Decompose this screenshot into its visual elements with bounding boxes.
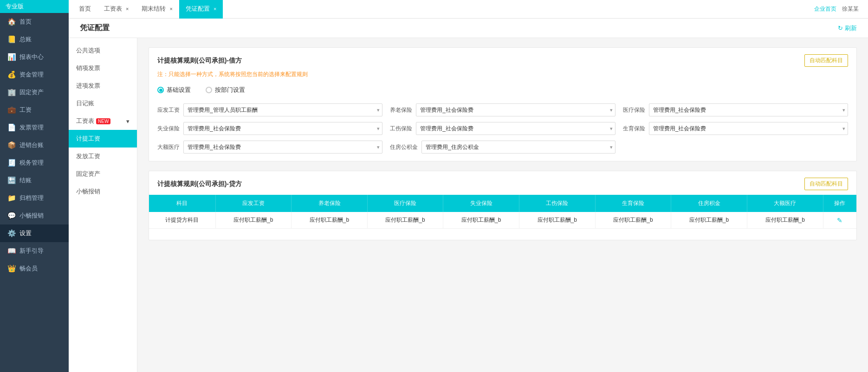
page-title: 凭证配置: [80, 23, 110, 33]
col-header-医疗保险: 医疗保险: [367, 195, 443, 212]
sidebar-icon-发票管理: 📄: [7, 123, 16, 132]
sidebar-icon-税务管理: 🧾: [7, 159, 16, 167]
tab-close-凭证配置[interactable]: ×: [214, 6, 216, 12]
sidebar-label-工资: 工资: [19, 106, 32, 114]
credit-auto-match-button[interactable]: 自动匹配科目: [804, 178, 848, 190]
sidebar-item-工资[interactable]: 💼工资: [0, 101, 69, 119]
left-nav-发放工资[interactable]: 发放工资: [69, 148, 137, 165]
left-nav-日记账[interactable]: 日记账: [69, 95, 137, 112]
left-nav-label-固定资产: 固定资产: [76, 170, 100, 178]
field-select-失业保险[interactable]: 管理费用_社会保险费: [183, 122, 382, 135]
sidebar-item-畅会员[interactable]: 👑畅会员: [0, 260, 69, 277]
sidebar-icon-进销台账: 📦: [7, 141, 16, 149]
field-select-医疗保险[interactable]: 管理费用_社会保险费: [649, 103, 848, 116]
debit-title: 计提核算规则(公司承担)-借方: [157, 57, 242, 65]
sidebar-icon-工资: 💼: [7, 106, 16, 114]
subject-cell-0: 计提贷方科目: [149, 212, 215, 229]
radio-basic-circle: [157, 87, 164, 93]
sidebar-item-进销台账[interactable]: 📦进销台账: [0, 136, 69, 154]
page-header: 凭证配置 ↻ 刷新: [69, 19, 868, 38]
sidebar-item-发票管理[interactable]: 📄发票管理: [0, 119, 69, 136]
left-nav-公共选项[interactable]: 公共选项: [69, 42, 137, 59]
radio-basic[interactable]: 基础设置: [157, 86, 191, 94]
sidebar-icon-资金管理: 💰: [7, 71, 16, 79]
tab-close-期末结转[interactable]: ×: [169, 6, 172, 12]
col-header-工伤保险: 工伤保险: [519, 195, 596, 212]
data-cell-0-7: 应付职工薪酬_b: [747, 212, 823, 229]
left-nav-label-公共选项: 公共选项: [76, 46, 100, 55]
col-header-操作: 操作: [823, 195, 856, 212]
left-nav-计提工资[interactable]: 计提工资: [69, 130, 137, 148]
radio-basic-label: 基础设置: [167, 86, 191, 94]
sidebar-item-税务管理[interactable]: 🧾税务管理: [0, 154, 69, 172]
sidebar-item-新手引导[interactable]: 📖新手引导: [0, 242, 69, 260]
brand: 专业版: [0, 0, 69, 13]
sidebar-icon-设置: ⚙️: [7, 229, 16, 237]
left-nav-工资表[interactable]: 工资表NEW▾: [69, 112, 137, 130]
admin-link[interactable]: 企业首页: [814, 5, 836, 13]
debit-radio-group: 基础设置 按部门设置: [149, 82, 856, 100]
sidebar-item-报表中心[interactable]: 📊报表中心: [0, 48, 69, 66]
arrow-工资表: ▾: [126, 118, 130, 125]
field-select-生育保险[interactable]: 管理费用_社会保险费: [649, 122, 848, 135]
data-cell-0-5: 应付职工薪酬_b: [595, 212, 671, 229]
sidebar-item-固定资产[interactable]: 🏢固定资产: [0, 83, 69, 101]
refresh-button[interactable]: ↻ 刷新: [838, 24, 857, 32]
sidebar-label-小畅报销: 小畅报销: [19, 212, 44, 220]
refresh-label: 刷新: [845, 24, 857, 32]
edit-icon-0[interactable]: ✎: [837, 217, 842, 224]
debit-field-大额医疗: 大额医疗 管理费用_社会保险费: [157, 141, 382, 154]
debit-field-工伤保险: 工伤保险 管理费用_社会保险费: [390, 122, 615, 135]
topbar-right: 企业首页 徐某某: [814, 5, 864, 13]
left-nav-销项发票[interactable]: 销项发票: [69, 59, 137, 77]
tab-期末结转[interactable]: 期末结转×: [135, 0, 179, 19]
debit-auto-match-button[interactable]: 自动匹配科目: [804, 54, 848, 67]
tab-close-工资表[interactable]: ×: [126, 6, 129, 12]
sidebar-item-总账[interactable]: 📒总账: [0, 31, 69, 48]
badge-工资表: NEW: [96, 118, 110, 124]
sidebar-icon-报表中心: 📊: [7, 53, 16, 61]
left-nav-label-小畅报销: 小畅报销: [76, 187, 100, 196]
sidebar-label-总账: 总账: [19, 35, 32, 44]
data-cell-0-4: 应付职工薪酬_b: [519, 212, 596, 229]
field-select-养老保险[interactable]: 管理费用_社会保险费: [416, 103, 615, 116]
sidebar-item-设置[interactable]: ⚙️设置: [0, 224, 69, 242]
field-select-住房公积金[interactable]: 管理费用_住房公积金: [421, 141, 615, 154]
col-header-大额医疗: 大额医疗: [747, 195, 823, 212]
tab-工资表[interactable]: 工资表×: [97, 0, 135, 19]
debit-field-养老保险: 养老保险 管理费用_社会保险费: [390, 103, 615, 116]
field-select-wrapper-大额医疗: 管理费用_社会保险费: [183, 141, 382, 154]
sidebar: 专业版 🏠首页📒总账📊报表中心💰资金管理🏢固定资产💼工资📄发票管理📦进销台账🧾税…: [0, 0, 69, 372]
col-header-生育保险: 生育保险: [595, 195, 671, 212]
tab-首页[interactable]: 首页: [72, 0, 97, 19]
left-nav-固定资产[interactable]: 固定资产: [69, 165, 137, 183]
left-nav-label-计提工资: 计提工资: [76, 135, 100, 143]
field-label-应发工资: 应发工资: [157, 106, 180, 114]
radio-department[interactable]: 按部门设置: [206, 86, 245, 94]
sidebar-label-归档管理: 归档管理: [19, 194, 44, 202]
sidebar-label-报表中心: 报表中心: [19, 53, 44, 61]
sidebar-item-小畅报销[interactable]: 💬小畅报销: [0, 207, 69, 224]
field-select-工伤保险[interactable]: 管理费用_社会保险费: [416, 122, 615, 135]
field-label-住房公积金: 住房公积金: [390, 143, 418, 151]
sidebar-item-结账[interactable]: 🔚结账: [0, 172, 69, 189]
sidebar-item-首页[interactable]: 🏠首页: [0, 13, 69, 31]
left-nav-进项发票[interactable]: 进项发票: [69, 77, 137, 95]
tab-凭证配置[interactable]: 凭证配置×: [179, 0, 223, 19]
field-select-应发工资[interactable]: 管理费用_管理人员职工薪酬: [183, 103, 382, 116]
refresh-icon: ↻: [838, 25, 843, 32]
credit-table-body: 计提贷方科目应付职工薪酬_b应付职工薪酬_b应付职工薪酬_b应付职工薪酬_b应付…: [149, 212, 856, 229]
field-label-工伤保险: 工伤保险: [390, 125, 412, 133]
col-header-科目: 科目: [149, 195, 215, 212]
sidebar-label-资金管理: 资金管理: [19, 71, 44, 79]
edit-cell-0[interactable]: ✎: [823, 212, 856, 229]
data-cell-0-3: 应付职工薪酬_b: [443, 212, 519, 229]
sidebar-item-资金管理[interactable]: 💰资金管理: [0, 66, 69, 83]
field-select-大额医疗[interactable]: 管理费用_社会保险费: [183, 141, 382, 154]
radio-dept-circle: [206, 87, 212, 93]
sidebar-icon-首页: 🏠: [7, 18, 16, 26]
left-nav-label-日记账: 日记账: [76, 99, 94, 108]
left-nav-小畅报销[interactable]: 小畅报销: [69, 183, 137, 200]
debit-field-生育保险: 生育保险 管理费用_社会保险费: [623, 122, 848, 135]
sidebar-item-归档管理[interactable]: 📁归档管理: [0, 189, 69, 207]
